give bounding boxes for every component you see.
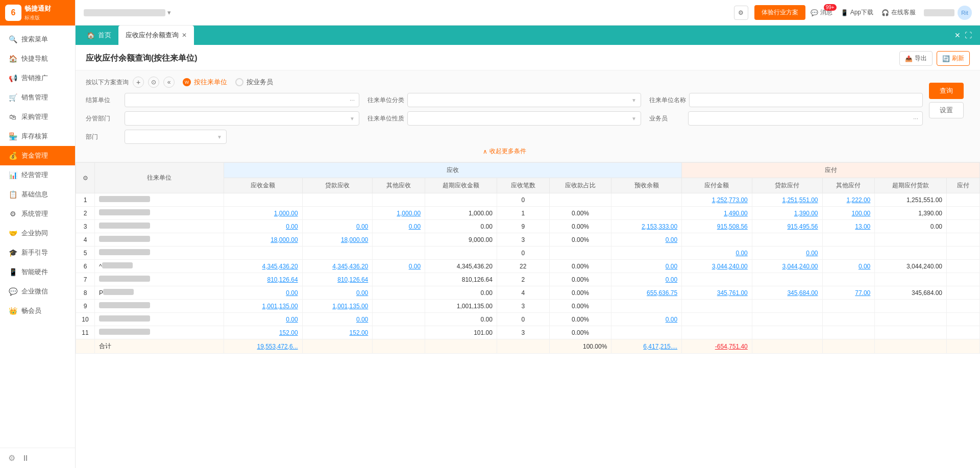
sidebar-item-sales[interactable]: 🛒销售管理 — [0, 88, 75, 107]
sidebar-item-enterprise[interactable]: 🤝企业协同 — [0, 224, 75, 243]
sidebar-label-purchase: 采购管理 — [21, 112, 48, 121]
department-label: 部门 — [86, 133, 121, 141]
tab-home[interactable]: 🏠 首页 — [80, 26, 118, 45]
content-area: 应收应付余额查询(按往来单位) 📤 导出 🔄 刷新 按以下方案查询 — [76, 45, 980, 468]
tab-ar-ap-query[interactable]: 应收应付余额查询 ✕ — [118, 26, 194, 45]
col-ar-prepay: 预收余额 — [611, 178, 682, 193]
sidebar: 6 畅捷通财 标准版 🔍搜索菜单🏠快捷导航📢营销推广🛒销售管理🛍采购管理🏪库存核… — [0, 0, 76, 468]
sidebar-icon-base-info: 📋 — [8, 190, 17, 199]
sidebar-icon-marketing: 📢 — [8, 73, 17, 83]
sidebar-item-purchase[interactable]: 🛍采购管理 — [0, 107, 75, 127]
unit-category-input[interactable]: ▼ — [407, 93, 641, 107]
tabs-bar: 🏠 首页 应收应付余额查询 ✕ ✕ ⛶ — [76, 26, 980, 45]
department-input[interactable]: ▼ — [125, 130, 227, 144]
sidebar-item-wechat[interactable]: 💬企业微信 — [0, 282, 75, 301]
user-info: Rit — [924, 6, 972, 20]
col-ap-overdue: 超期应付货款 — [875, 178, 947, 193]
filter-rows: 结算单位 ··· 往来单位分类 ▼ — [86, 93, 923, 144]
sidebar-icon-operation: 📊 — [8, 170, 17, 180]
salesperson-label: 业务员 — [649, 114, 685, 123]
close-window-icon[interactable]: ✕ — [954, 31, 961, 39]
sidebar-label-enterprise: 企业协同 — [21, 229, 48, 238]
salesperson-input[interactable]: ··· — [688, 111, 923, 126]
filter-settings-button[interactable]: ⊙ — [148, 77, 159, 88]
download-icon: 📱 — [841, 9, 848, 16]
unit-nature-label: 往来单位性质 — [368, 114, 404, 123]
unit-category-item: 往来单位分类 ▼ — [368, 93, 641, 107]
filter-row-3: 部门 ▼ — [86, 130, 923, 144]
table-row: 101,252,773.001,251,551.001,222.001,251,… — [76, 193, 980, 207]
table-row: 6^4,345,436.204,345,436.200.004,345,436.… — [76, 260, 980, 273]
gear-button[interactable]: ⚙ — [734, 6, 748, 20]
sidebar-item-quick-nav[interactable]: 🏠快捷导航 — [0, 49, 75, 68]
sidebar-item-newbie[interactable]: 🎓新手引导 — [0, 243, 75, 262]
sidebar-item-operation[interactable]: 📊经营管理 — [0, 165, 75, 185]
filter-add-button[interactable]: + — [133, 77, 144, 88]
filter-view-options: W 按往来单位 按业务员 — [183, 78, 273, 87]
col-ap-other: 其他应付 — [822, 178, 875, 193]
sidebar-label-capital: 资金管理 — [21, 151, 48, 160]
industry-button[interactable]: 体验行业方案 — [754, 5, 805, 20]
notification-button[interactable]: 💬 消息 99+ — [811, 8, 832, 17]
sidebar-icon-system: ⚙ — [8, 209, 17, 218]
sidebar-item-marketing[interactable]: 📢营销推广 — [0, 68, 75, 88]
sidebar-item-system[interactable]: ⚙系统管理 — [0, 204, 75, 224]
unit-name-input[interactable] — [689, 93, 923, 107]
settings-button[interactable]: 设置 — [929, 102, 964, 118]
sidebar-item-smart-hw[interactable]: 📱智能硬件 — [0, 262, 75, 282]
query-button[interactable]: 查询 — [929, 83, 964, 99]
by-unit-icon: W — [183, 78, 191, 86]
total-ar-ratio: 100.00% — [549, 339, 611, 354]
table-row: 91,001,135.001,001,135.001,001,135.0030.… — [76, 300, 980, 313]
total-ar-prepay[interactable]: 6,417,215.... — [611, 339, 682, 354]
chat-icon: 💬 — [811, 9, 818, 16]
by-staff-option[interactable]: 按业务员 — [235, 78, 273, 87]
col-receivable-group: 应收 — [224, 163, 682, 178]
app-download-button[interactable]: 📱 App下载 — [841, 8, 873, 17]
sidebar-label-smart-hw: 智能硬件 — [21, 267, 48, 277]
collapse-icon[interactable]: ⏸ — [21, 454, 30, 463]
sidebar-label-search-menu: 搜索菜单 — [21, 35, 48, 44]
unit-nature-input[interactable]: ▼ — [407, 111, 641, 126]
col-settings-icon[interactable]: ⚙ — [80, 173, 90, 183]
by-unit-option[interactable]: W 按往来单位 — [183, 78, 227, 87]
sidebar-item-search-menu[interactable]: 🔍搜索菜单 — [0, 30, 75, 49]
sidebar-label-newbie: 新手引导 — [21, 248, 48, 257]
settlement-unit-input[interactable]: ··· — [125, 93, 359, 107]
sidebar-icon-smart-hw: 📱 — [8, 267, 17, 277]
sidebar-item-base-info[interactable]: 📋基础信息 — [0, 185, 75, 204]
branch-dept-input[interactable]: ▼ — [125, 111, 359, 126]
col-ap-loan: 贷款应付 — [752, 178, 822, 193]
col-ar-overdue: 超期应收金额 — [425, 178, 497, 193]
maximize-icon[interactable]: ⛶ — [965, 31, 972, 39]
main-area: ▾ ⚙ 体验行业方案 💬 消息 99+ 📱 App下载 🎧 在线客服 — [76, 0, 980, 468]
export-button[interactable]: 📤 导出 — [899, 51, 933, 66]
sidebar-icon-inventory: 🏪 — [8, 132, 17, 141]
table-group-header-row: ⚙ 往来单位 应收 应付 — [76, 163, 980, 178]
collapse-more-btn[interactable]: ∧ 收起更多条件 — [86, 147, 923, 156]
col-unit-header: 往来单位 — [95, 163, 224, 193]
filter-collapse-button[interactable]: « — [163, 77, 175, 88]
settings-icon[interactable]: ⚙ — [8, 453, 15, 463]
topbar-actions: ⚙ 体验行业方案 — [734, 5, 805, 20]
settlement-unit-label: 结算单位 — [86, 96, 121, 105]
total-ap-amount[interactable]: -654,751.40 — [682, 339, 752, 354]
table-row: 500.000.00 — [76, 247, 980, 260]
logo-edition: 标准版 — [24, 14, 51, 21]
by-staff-radio — [235, 78, 243, 86]
branch-dept-label: 分管部门 — [86, 114, 121, 123]
chevron-up-icon: ∧ — [483, 148, 487, 155]
sidebar-label-member: 畅会员 — [21, 306, 41, 315]
total-ar-amount[interactable]: 19,553,472,6... — [224, 339, 303, 354]
sidebar-item-capital[interactable]: 💰资金管理 — [0, 146, 75, 165]
sidebar-item-inventory[interactable]: 🏪库存核算 — [0, 127, 75, 146]
total-row: 合计 19,553,472,6... 100.00% 6,417,215....… — [76, 339, 980, 354]
user-avatar: Rit — [958, 6, 972, 20]
sidebar-item-member[interactable]: 👑畅会员 — [0, 301, 75, 321]
tab-close-icon[interactable]: ✕ — [182, 32, 187, 39]
refresh-button[interactable]: 🔄 刷新 — [937, 51, 970, 66]
topbar-right: 💬 消息 99+ 📱 App下载 🎧 在线客服 Rit — [811, 6, 972, 20]
filter-label: 按以下方案查询 — [86, 78, 129, 87]
col-ar-loan: 贷款应收 — [302, 178, 373, 193]
online-support-button[interactable]: 🎧 在线客服 — [881, 8, 916, 17]
